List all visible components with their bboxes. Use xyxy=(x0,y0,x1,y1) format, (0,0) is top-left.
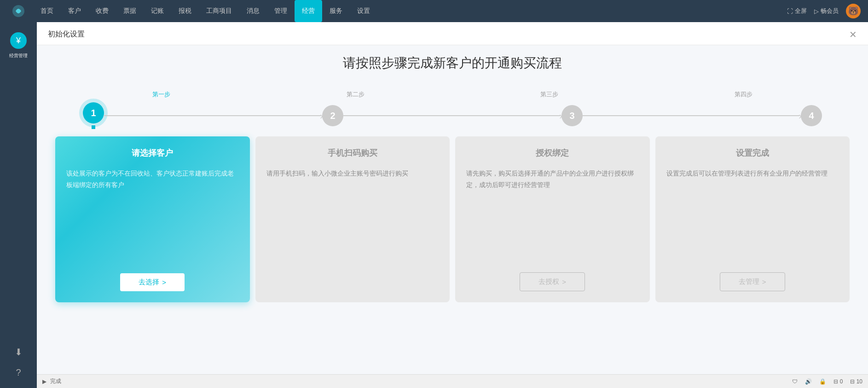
content-area: 初始化设置 ✕ 请按照步骤完成新客户的开通购买流程 第一步 第二步 第三步 xyxy=(37,22,868,388)
step-3-go-button[interactable]: 去授权 > xyxy=(520,272,585,291)
step-1-btn-arrow-icon: > xyxy=(162,278,166,286)
status-text: 完成 xyxy=(50,377,61,385)
step-3-card: 授权绑定 请先购买，购买后选择开通的产品中的企业用户进行授权绑定，成功后即可进行… xyxy=(455,136,650,302)
nav-item-service[interactable]: 服务 xyxy=(322,0,350,22)
step-2-card-title: 手机扫码购买 xyxy=(266,147,439,159)
step-1-circle-wrapper: 1 xyxy=(83,102,104,129)
lock-icon: 🔒 xyxy=(819,378,826,385)
play-icon: ▶ xyxy=(42,378,46,385)
connector-2-3: › xyxy=(343,111,561,121)
status-bar: ▶ 完成 🛡 🔊 🔒 ⊟ 0 ⊟ 10 xyxy=(37,374,868,388)
step-3-circle-wrapper: 3 xyxy=(561,105,583,126)
steps-wrapper: 第一步 第二步 第三步 第四步 xyxy=(55,90,850,302)
cards-row: 请选择客户 该处展示的客户为不在回收站、客户状态正常建账后完成老板端绑定的所有客… xyxy=(55,136,850,302)
top-nav: 首页 客户 收费 票据 记账 报税 工商项目 消息 管理 经营 服务 设置 ⛶ … xyxy=(0,0,868,22)
connector-3-4: › xyxy=(583,111,801,121)
step-2-card: 手机扫码购买 请用手机扫码，输入小微企业主账号密码进行购买 xyxy=(255,136,450,302)
step-2-circle-wrapper: 2 xyxy=(322,105,343,126)
vip-button[interactable]: ▷ 畅会员 xyxy=(814,7,839,15)
step-4-circle: 4 xyxy=(801,105,822,126)
step-1-circle: 1 xyxy=(83,102,104,123)
nav-item-manage[interactable]: 管理 xyxy=(267,0,295,22)
step-1-indicator xyxy=(92,125,95,129)
step-1-card: 请选择客户 该处展示的客户为不在回收站、客户状态正常建账后完成老板端绑定的所有客… xyxy=(55,136,250,302)
help-icon[interactable]: ? xyxy=(10,364,27,381)
nav-items: 首页 客户 收费 票据 记账 报税 工商项目 消息 管理 经营 服务 设置 xyxy=(33,0,787,22)
step-3-label: 第三步 xyxy=(540,90,558,99)
sidebar: ¥ 经营管理 ⬇ ? xyxy=(0,22,37,388)
status-right: 🛡 🔊 🔒 ⊟ 0 ⊟ 10 xyxy=(792,378,862,385)
nav-right: ⛶ 全屏 ▷ 畅会员 🐻 xyxy=(787,4,861,18)
nav-item-home[interactable]: 首页 xyxy=(33,0,61,22)
step-3-circle: 3 xyxy=(561,105,583,126)
page-heading: 请按照步骤完成新客户的开通购买流程 xyxy=(55,54,850,72)
step-4-label: 第四步 xyxy=(735,90,752,99)
step-2-circle: 2 xyxy=(322,105,343,126)
step-1-go-button[interactable]: 去选择 > xyxy=(120,273,185,291)
step-circles-row: 1 › 2 xyxy=(55,102,850,129)
step-1-card-title: 请选择客户 xyxy=(66,147,239,159)
step-4-card-desc: 设置完成后可以在管理列表进行所有企业用户的经营管理 xyxy=(666,168,839,263)
nav-item-account[interactable]: 记账 xyxy=(144,0,171,22)
page-header: 初始化设置 ✕ xyxy=(37,22,868,45)
step-3-card-title: 授权绑定 xyxy=(466,147,639,159)
nav-item-operation[interactable]: 经营 xyxy=(295,0,322,22)
step-2-label: 第二步 xyxy=(347,90,365,99)
nav-logo xyxy=(7,5,29,18)
step-1-label: 第一步 xyxy=(152,90,170,99)
fullscreen-button[interactable]: ⛶ 全屏 xyxy=(787,7,807,15)
vip-icon: ▷ xyxy=(814,8,819,15)
main-content: 请按照步骤完成新客户的开通购买流程 第一步 第二步 第三步 第四步 xyxy=(37,45,868,374)
download-icon[interactable]: ⬇ xyxy=(10,344,27,360)
volume-icon: 🔊 xyxy=(805,378,812,385)
step-2-card-desc: 请用手机扫码，输入小微企业主账号密码进行购买 xyxy=(266,168,439,291)
nav-item-customer[interactable]: 客户 xyxy=(61,0,88,22)
sidebar-bottom: ⬇ ? xyxy=(10,344,27,381)
page-title: 初始化设置 xyxy=(48,29,85,39)
sidebar-item-operation[interactable]: ¥ 经营管理 xyxy=(2,29,35,62)
main-layout: ¥ 经营管理 ⬇ ? 初始化设置 ✕ 请按照步骤完成新客户的开通购买流程 第一步 xyxy=(0,22,868,388)
step-labels-row: 第一步 第二步 第三步 第四步 xyxy=(55,90,850,99)
close-button[interactable]: ✕ xyxy=(849,30,857,39)
nav-item-business[interactable]: 工商项目 xyxy=(199,0,239,22)
connector-1-2: › xyxy=(104,111,322,121)
status-count-10: ⊟ 10 xyxy=(850,378,862,385)
avatar[interactable]: 🐻 xyxy=(846,4,861,18)
shield-icon: 🛡 xyxy=(792,378,798,385)
nav-item-fee[interactable]: 收费 xyxy=(88,0,116,22)
step-1-card-desc: 该处展示的客户为不在回收站、客户状态正常建账后完成老板端绑定的所有客户 xyxy=(66,168,239,264)
step-3-btn-arrow-icon: > xyxy=(562,278,566,286)
step-3-card-desc: 请先购买，购买后选择开通的产品中的企业用户进行授权绑定，成功后即可进行经营管理 xyxy=(466,168,639,263)
step-4-go-button[interactable]: 去管理 > xyxy=(720,272,785,291)
step-4-btn-arrow-icon: > xyxy=(762,278,766,286)
fullscreen-icon: ⛶ xyxy=(787,8,793,15)
nav-item-message[interactable]: 消息 xyxy=(239,0,267,22)
status-count-0: ⊟ 0 xyxy=(833,378,843,385)
step-4-circle-wrapper: 4 xyxy=(801,105,822,126)
step-4-card: 设置完成 设置完成后可以在管理列表进行所有企业用户的经营管理 去管理 > xyxy=(655,136,850,302)
operation-icon: ¥ xyxy=(10,32,27,49)
step-4-card-title: 设置完成 xyxy=(666,147,839,159)
nav-item-settings[interactable]: 设置 xyxy=(350,0,377,22)
nav-item-tax[interactable]: 报税 xyxy=(171,0,199,22)
nav-item-bill[interactable]: 票据 xyxy=(116,0,144,22)
